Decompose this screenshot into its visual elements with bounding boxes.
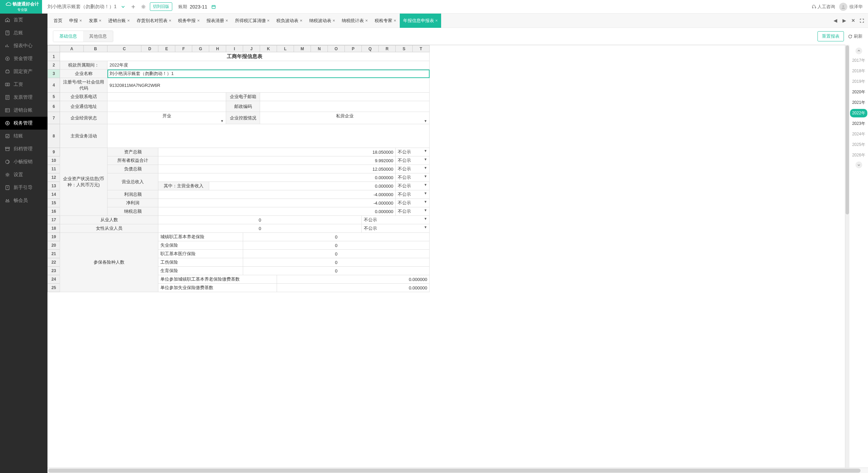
old-version-button[interactable]: 切到旧版: [150, 2, 172, 11]
col-head-A[interactable]: A: [60, 45, 84, 52]
close-icon[interactable]: ×: [169, 18, 172, 23]
sidebar-item-archive[interactable]: 归档管理: [0, 143, 47, 155]
close-icon[interactable]: ×: [197, 18, 200, 23]
col-head-P[interactable]: P: [345, 45, 362, 52]
consult-button[interactable]: 人工咨询: [811, 4, 835, 10]
value-cell[interactable]: 0.000000: [158, 207, 396, 216]
row-head-6[interactable]: 6: [48, 101, 60, 112]
close-icon[interactable]: ×: [127, 18, 130, 23]
dropdown-cell[interactable]: 不公示▼: [396, 199, 430, 207]
tab-11[interactable]: 税检专家×: [371, 14, 400, 28]
col-head-L[interactable]: L: [277, 45, 294, 52]
tab-7[interactable]: 所得税汇算清缴×: [232, 14, 273, 28]
col-head-B[interactable]: B: [84, 45, 107, 52]
row-head-9[interactable]: 9: [48, 148, 60, 156]
close-icon[interactable]: ×: [79, 18, 82, 23]
dropdown-cell[interactable]: 不公示▼: [396, 190, 430, 199]
close-icon[interactable]: ×: [300, 18, 302, 23]
value-cell[interactable]: [107, 124, 430, 148]
value-cell[interactable]: 0: [243, 250, 430, 258]
refresh-button[interactable]: 刷新: [848, 33, 863, 39]
col-head-I[interactable]: I: [226, 45, 243, 52]
row-head-22[interactable]: 22: [48, 258, 60, 267]
col-head-G[interactable]: G: [192, 45, 209, 52]
year-2022年[interactable]: 2022年: [850, 109, 867, 117]
row-head-7[interactable]: 7: [48, 112, 60, 124]
row-head-8[interactable]: 8: [48, 124, 60, 148]
value-cell[interactable]: 单位参加失业保险缴费基数: [158, 284, 277, 292]
value-cell[interactable]: 工伤保险: [158, 258, 243, 267]
close-icon[interactable]: ×: [365, 18, 368, 23]
col-head-H[interactable]: H: [209, 45, 226, 52]
user-menu[interactable]: 徐泽华: [839, 3, 863, 11]
row-head-24[interactable]: 24: [48, 275, 60, 284]
close-icon[interactable]: ×: [225, 18, 228, 23]
calendar-icon[interactable]: [210, 3, 217, 11]
col-head-R[interactable]: R: [379, 45, 396, 52]
col-head-J[interactable]: J: [243, 45, 260, 52]
period-value[interactable]: 2023-11: [190, 4, 207, 10]
tab-6[interactable]: 报表清册×: [203, 14, 232, 28]
year-2020年[interactable]: 2020年: [850, 88, 867, 96]
col-head-C[interactable]: C: [107, 45, 141, 52]
close-icon[interactable]: ×: [267, 18, 270, 23]
value-cell[interactable]: 0: [243, 258, 430, 267]
row-head-1[interactable]: 1: [48, 52, 60, 61]
value-cell[interactable]: 18.050000: [158, 148, 396, 156]
dropdown-cell[interactable]: 不公示▼: [396, 182, 430, 190]
sidebar-item-home[interactable]: 首页: [0, 14, 47, 26]
value-cell[interactable]: [107, 101, 226, 112]
row-head-23[interactable]: 23: [48, 267, 60, 275]
value-cell[interactable]: 单位参加城镇职工基本养老保险缴费基数: [158, 275, 277, 284]
dropdown-cell[interactable]: 不公示▼: [396, 156, 430, 165]
tab-next-icon[interactable]: ▶: [841, 17, 848, 24]
col-head-Q[interactable]: Q: [362, 45, 379, 52]
tab-prev-icon[interactable]: ◀: [832, 17, 839, 24]
tab-0[interactable]: 首页: [50, 14, 66, 28]
row-head-19[interactable]: 19: [48, 233, 60, 241]
col-head-E[interactable]: E: [158, 45, 175, 52]
value-cell[interactable]: -4.000000: [158, 199, 396, 207]
sidebar-item-reports[interactable]: 报表中心: [0, 39, 47, 52]
row-head-11[interactable]: 11: [48, 165, 60, 173]
dropdown-cell[interactable]: 不公示▼: [362, 224, 430, 233]
value-cell[interactable]: 0: [243, 241, 430, 250]
tab-1[interactable]: 申报×: [66, 14, 85, 28]
value-cell[interactable]: 0.000000: [277, 284, 430, 292]
tab-10[interactable]: 纳税统计表×: [338, 14, 371, 28]
row-head-5[interactable]: 5: [48, 93, 60, 101]
value-cell[interactable]: 0.000000: [209, 182, 396, 190]
row-head-12[interactable]: 12: [48, 173, 60, 182]
sidebar-item-tax[interactable]: 税务管理: [0, 117, 47, 130]
row-head-25[interactable]: 25: [48, 284, 60, 292]
sub-tab-basic[interactable]: 基础信息: [53, 31, 83, 42]
tab-2[interactable]: 发票×: [85, 14, 105, 28]
tab-8[interactable]: 税负波动表×: [273, 14, 306, 28]
spreadsheet[interactable]: ABCDEFGHIJKLMNOPQRST1工商年报信息表2税款所属期间：2022…: [47, 45, 845, 468]
close-icon[interactable]: ×: [394, 18, 396, 23]
dropdown-cell[interactable]: 不公示▼: [396, 173, 430, 182]
tab-9[interactable]: 纳税波动表×: [306, 14, 339, 28]
col-head-O[interactable]: O: [328, 45, 345, 52]
plus-icon[interactable]: [130, 3, 137, 11]
value-cell[interactable]: 0: [243, 233, 430, 241]
sidebar-item-settings[interactable]: 设置: [0, 168, 47, 181]
row-head-10[interactable]: 10: [48, 156, 60, 165]
tab-4[interactable]: 存货别名对照表×: [133, 14, 175, 28]
sidebar-item-close[interactable]: 结账: [0, 130, 47, 143]
row-head-2[interactable]: 2: [48, 61, 60, 70]
hscrollbar[interactable]: [47, 468, 868, 473]
sidebar-item-funds[interactable]: 资金管理: [0, 52, 47, 65]
sub-tab-other[interactable]: 其他信息: [83, 31, 113, 42]
sidebar-item-psi[interactable]: 进销台账: [0, 104, 47, 117]
value-cell[interactable]: -4.000000: [158, 190, 396, 199]
value-cell[interactable]: 2022年度: [107, 61, 430, 70]
tab-3[interactable]: 进销台账×: [105, 14, 133, 28]
chevron-down-icon[interactable]: [119, 3, 127, 11]
dropdown-cell[interactable]: 开业▼: [107, 112, 226, 124]
col-head-M[interactable]: M: [294, 45, 311, 52]
value-cell[interactable]: 城镇职工基本养老保险: [158, 233, 243, 241]
value-cell[interactable]: 0.000000: [158, 173, 396, 182]
value-cell[interactable]: 12.050000: [158, 165, 396, 173]
col-head-S[interactable]: S: [396, 45, 413, 52]
